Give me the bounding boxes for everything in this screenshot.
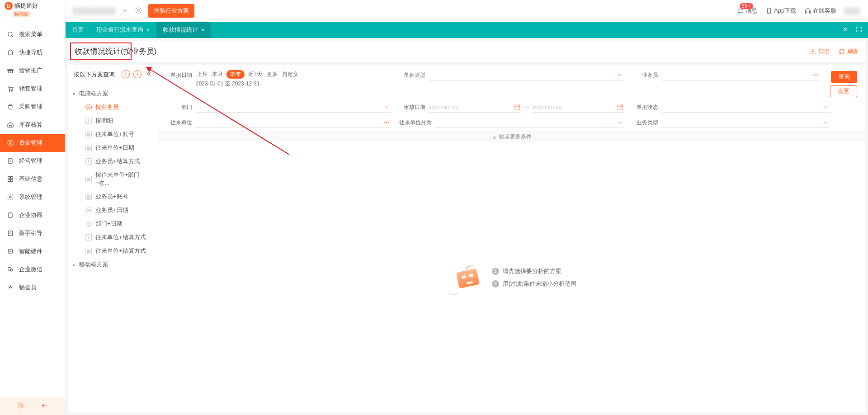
filter-label: 单据日期: [166, 70, 192, 79]
nav-item-hardware[interactable]: 智能硬件: [0, 242, 65, 260]
service-link[interactable]: 在线客服: [804, 7, 836, 15]
nav-item-marketing[interactable]: 营销推广: [0, 61, 65, 80]
chevron-down-icon[interactable]: [121, 7, 128, 15]
scheme-item[interactable]: ⦀往来单位+结算方式: [68, 231, 158, 244]
scheme-settings-icon[interactable]: [133, 70, 142, 78]
scheme-item-label: 业务员+账号: [95, 193, 128, 201]
nav-label: 搜索菜单: [19, 30, 42, 38]
message-link[interactable]: 99 + 消息: [737, 7, 757, 15]
tab-home[interactable]: 首页: [66, 22, 90, 38]
date-to-input[interactable]: yyyy-mm-dd: [532, 102, 624, 113]
settings-icon[interactable]: [17, 402, 24, 410]
date-from-input[interactable]: yyyy-mm-dd: [429, 102, 521, 113]
scheme-item[interactable]: ▤往来单位+账号: [68, 127, 158, 141]
nav-item-sales[interactable]: 销售管理: [0, 80, 65, 98]
nav-item-stock[interactable]: 库存核算: [0, 116, 65, 134]
scheme-item[interactable]: ⦀业务员+结算方式: [68, 155, 158, 168]
select-bill-type[interactable]: [429, 70, 624, 80]
scheme-item[interactable]: ◷按业务员: [68, 100, 158, 114]
download-label: App下载: [774, 7, 796, 15]
close-icon[interactable]: ✕: [201, 27, 205, 33]
nav-item-collab[interactable]: 企业协同: [0, 206, 65, 224]
nav-label: 企业协同: [19, 211, 42, 219]
export-button[interactable]: 导出: [809, 47, 830, 56]
tab-cashbank[interactable]: 现金银行流水查询✕: [90, 22, 156, 38]
sidebar-footer: [0, 397, 65, 415]
placeholder-step: 1请先选择要分析的方案: [492, 267, 576, 275]
experience-button[interactable]: 体验行业方案: [148, 4, 194, 18]
cart-icon: [6, 85, 14, 93]
select-bill-state[interactable]: [662, 102, 830, 113]
nav-item-purchase[interactable]: 采购管理: [0, 98, 65, 116]
add-scheme-icon[interactable]: +: [122, 70, 130, 78]
collapse-filters-button[interactable]: 收起更多条件: [158, 131, 865, 142]
download-link[interactable]: App下载: [765, 7, 796, 15]
chart-icon: ⦀: [85, 118, 92, 124]
filter-biz-type: 业务类型: [632, 117, 857, 128]
clock-icon: ◷: [85, 221, 92, 227]
gear-icon[interactable]: [135, 7, 142, 15]
topbar: ████████ 体验行业方案 99 + 消息 App下载 在线客服: [66, 0, 868, 22]
nav-label: 采购管理: [19, 103, 42, 111]
close-all-tabs-icon[interactable]: [842, 26, 849, 34]
scheme-item[interactable]: ▤业务员+账号: [68, 190, 158, 203]
select-operator[interactable]: ⋯: [662, 70, 820, 80]
date-chip[interactable]: 上月: [196, 70, 208, 79]
scheme-title: 按以下方案查询: [74, 71, 115, 79]
scheme-item[interactable]: ▤往来单位+日期: [68, 141, 158, 155]
scheme-item-label: 往来单位+账号: [95, 130, 134, 138]
nav-item-system[interactable]: 系统管理: [0, 188, 65, 206]
scheme-item[interactable]: ◷业务员+日期: [68, 203, 158, 217]
nav-menu: 搜索菜单 快捷导航 营销推广 销售管理 采购管理 库存核算 资金管理 经营管理 …: [0, 22, 65, 397]
warehouse-icon: [6, 121, 14, 129]
select-biz-type[interactable]: [662, 117, 830, 128]
svg-rect-22: [805, 11, 807, 13]
select-dept[interactable]: [196, 102, 391, 113]
nav-item-wechat[interactable]: 企业微信: [0, 260, 65, 278]
scheme-group-pc[interactable]: ▾电脑端方案: [68, 87, 158, 100]
tab-label: 现金银行流水查询: [96, 26, 143, 34]
nav-item-basic[interactable]: 基础信息: [0, 170, 65, 188]
nav-item-member[interactable]: 畅会员: [0, 278, 65, 297]
doc-icon: ▤: [85, 193, 92, 200]
more-icon[interactable]: ⋯: [813, 71, 819, 78]
nav-item-operating[interactable]: 经营管理: [0, 152, 65, 170]
scheme-item[interactable]: ▤往来单位+结算方式: [68, 244, 158, 258]
scheme-group-mobile[interactable]: ▸移动端方案: [68, 258, 158, 271]
query-button[interactable]: 查询: [831, 71, 857, 83]
scheme-item[interactable]: ⦀按明细: [68, 114, 158, 127]
doc-icon: ▤: [85, 248, 92, 254]
page-header: 收款情况统计(按业务员) 导出 刷新: [68, 41, 865, 62]
close-icon[interactable]: ✕: [146, 27, 150, 33]
nav-item-quicknav[interactable]: 快捷导航: [0, 43, 65, 61]
nav-item-newbie[interactable]: 新手引导: [0, 224, 65, 242]
chart-icon: ⦀: [85, 158, 92, 165]
date-chip[interactable]: 更多: [266, 70, 278, 79]
nav-item-search[interactable]: 搜索菜单: [0, 25, 65, 43]
refresh-button[interactable]: 刷新: [838, 47, 859, 56]
date-chip[interactable]: 本月: [211, 70, 224, 79]
more-icon[interactable]: ⋯: [384, 119, 390, 126]
filter-bill-type: 单据类型: [399, 70, 624, 97]
fullscreen-icon[interactable]: [855, 26, 863, 34]
chevron-down-icon: [616, 119, 623, 126]
select-partner[interactable]: ⋯: [196, 117, 391, 128]
tab-payment-stats[interactable]: 收款情况统计✕: [156, 22, 211, 38]
setting-button[interactable]: 设置: [830, 85, 857, 97]
step-text: 请先选择要分析的方案: [503, 267, 561, 275]
date-chip-active[interactable]: 本年: [226, 70, 245, 79]
filter-label: 业务类型: [632, 117, 658, 127]
scheme-item[interactable]: ◷部门+日期: [68, 217, 158, 231]
nav-label: 新手引导: [19, 229, 42, 237]
wechat-icon: [6, 265, 14, 274]
collapse-panel-icon[interactable]: [145, 70, 152, 79]
select-partner-cat[interactable]: [435, 117, 624, 128]
scheme-item[interactable]: ▤按往来单位+部门+收...: [68, 168, 158, 190]
svg-point-3: [9, 90, 10, 91]
home-icon: [6, 48, 14, 57]
scheme-panel: 按以下方案查询 + ▾电脑端方案 ◷按业务员 ⦀按明细 ▤往来单位+账号 ▤往来…: [68, 65, 158, 412]
collapse-sidebar-icon[interactable]: [41, 402, 48, 410]
date-chip[interactable]: 自定义: [281, 70, 299, 79]
nav-item-funds[interactable]: 资金管理: [0, 134, 65, 152]
date-chip[interactable]: 近7天: [247, 70, 263, 79]
